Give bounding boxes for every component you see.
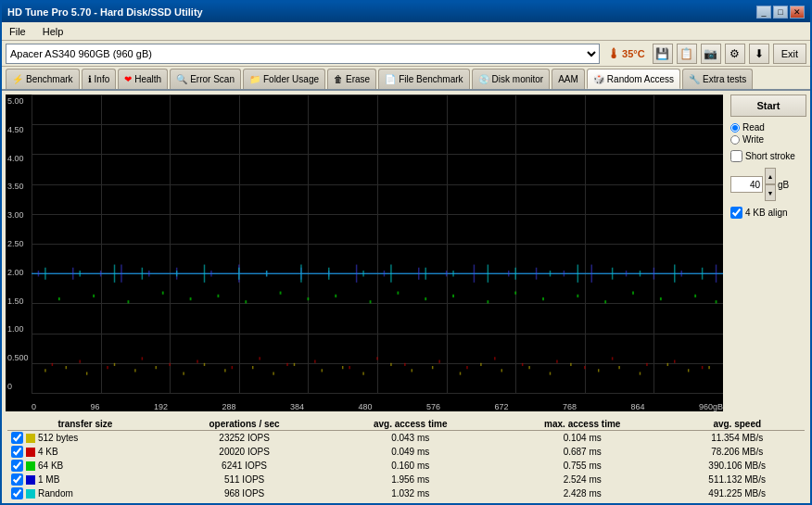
menu-file[interactable]: File <box>6 25 30 38</box>
cell-ops: 968 IOPS <box>163 486 326 500</box>
y-label-5: 2.50 <box>7 239 29 248</box>
row-checkbox[interactable] <box>11 473 23 486</box>
spinner-arrows: ▲ ▼ <box>765 168 776 201</box>
x-label-3: 288 <box>222 402 235 411</box>
cell-label: 512 bytes <box>7 431 163 446</box>
col-avg-speed: avg. speed <box>669 418 805 431</box>
tab-erase[interactable]: 🗑Erase <box>327 69 376 89</box>
y-label-7: 1.50 <box>7 297 29 306</box>
x-label-7: 672 <box>494 402 508 411</box>
row-checkbox[interactable] <box>11 487 23 499</box>
cell-max-access: 2.428 ms <box>495 486 669 500</box>
y-label-10: 0 <box>7 382 29 391</box>
close-button[interactable]: ✕ <box>790 6 805 19</box>
cell-ops: 20020 IOPS <box>163 445 326 459</box>
read-radio[interactable] <box>730 123 740 133</box>
cell-label: 4 KB <box>7 445 163 459</box>
tab-info[interactable]: ℹInfo <box>82 69 117 89</box>
toolbar-icon-3[interactable]: 📷 <box>701 44 721 64</box>
y-axis: 5.00 4.50 4.00 3.50 3.00 2.50 2.00 1.50 … <box>6 95 31 393</box>
row-checkbox[interactable] <box>11 460 23 472</box>
cell-max-access: 0.687 ms <box>495 445 669 459</box>
y-label-2: 4.00 <box>7 154 29 163</box>
x-label-6: 576 <box>426 402 440 411</box>
cell-ops: 23252 IOPS <box>163 431 326 446</box>
tab-disk-monitor[interactable]: 💿Disk monitor <box>472 69 551 89</box>
y-label-9: 0.500 <box>7 353 29 362</box>
chart-area: 5.00 4.50 4.00 3.50 3.00 2.50 2.00 1.50 … <box>6 95 723 411</box>
cell-avg-access: 0.160 ms <box>325 459 495 473</box>
toolbar-icon-4[interactable]: ⚙ <box>725 44 745 64</box>
minimize-button[interactable]: _ <box>756 6 771 19</box>
spinner-group: ▲ ▼ gB <box>730 168 806 201</box>
tab-extra-tests[interactable]: 🔧Extra tests <box>682 69 753 89</box>
align-checkbox[interactable] <box>730 207 742 219</box>
tab-folder-usage[interactable]: 📁Folder Usage <box>243 69 325 89</box>
tab-health[interactable]: ❤Health <box>118 69 168 89</box>
y-label-3: 3.50 <box>7 182 29 191</box>
table-row: Random 968 IOPS 1.032 ms 2.428 ms 491.22… <box>7 486 805 500</box>
table-row: 1 MB 511 IOPS 1.956 ms 2.524 ms 511.132 … <box>7 473 805 486</box>
spinner-down[interactable]: ▼ <box>765 184 776 201</box>
x-label-4: 384 <box>290 402 304 411</box>
short-stroke-checkbox[interactable] <box>730 150 742 162</box>
toolbar-icon-1[interactable]: 💾 <box>653 44 673 64</box>
cell-avg-speed: 11.354 MB/s <box>669 431 805 446</box>
maximize-button[interactable]: □ <box>773 6 788 19</box>
toolbar-icon-5[interactable]: ⬇ <box>749 44 769 64</box>
read-label: Read <box>742 122 765 133</box>
x-axis: 0 96 192 288 384 480 576 672 768 864 960… <box>32 402 723 411</box>
cell-max-access: 0.104 ms <box>495 431 669 446</box>
cell-label: 1 MB <box>7 473 163 486</box>
side-panel: Start Read Write Short stroke ▲ <box>727 91 810 415</box>
drive-select[interactable]: Apacer AS340 960GB (960 gB) <box>6 44 600 64</box>
tab-bar: ⚡Benchmark ℹInfo ❤Health 🔍Error Scan 📁Fo… <box>2 67 810 91</box>
stats-area: transfer size operations / sec avg. acce… <box>2 415 810 503</box>
cell-max-access: 2.524 ms <box>495 473 669 486</box>
write-label: Write <box>742 134 764 145</box>
exit-button[interactable]: Exit <box>773 44 806 64</box>
menu-help[interactable]: Help <box>39 25 68 38</box>
short-stroke-text: Short stroke <box>745 151 795 161</box>
main-window: HD Tune Pro 5.70 - Hard Disk/SSD Utility… <box>0 0 812 505</box>
row-checkbox[interactable] <box>11 446 23 458</box>
x-label-8: 768 <box>563 402 577 411</box>
x-label-0: 0 <box>32 402 36 411</box>
cell-avg-access: 1.956 ms <box>325 473 495 486</box>
cell-label: Random <box>7 486 163 500</box>
toolbar-icon-2[interactable]: 📋 <box>677 44 697 64</box>
write-radio-label[interactable]: Write <box>730 134 806 145</box>
col-ops: operations / sec <box>163 418 326 431</box>
x-label-9: 864 <box>630 402 644 411</box>
tab-aam[interactable]: AAM <box>552 69 585 89</box>
stats-table: transfer size operations / sec avg. acce… <box>7 418 805 500</box>
short-stroke-label[interactable]: Short stroke <box>730 150 806 162</box>
bottom-section: transfer size operations / sec avg. acce… <box>2 415 810 503</box>
read-write-group: Read Write <box>730 122 806 145</box>
tab-benchmark[interactable]: ⚡Benchmark <box>6 69 80 89</box>
table-row: 64 KB 6241 IOPS 0.160 ms 0.755 ms 390.10… <box>7 459 805 473</box>
x-label-2: 192 <box>154 402 168 411</box>
start-button[interactable]: Start <box>730 95 806 117</box>
cell-avg-speed: 78.206 MB/s <box>669 445 805 459</box>
cell-ops: 511 IOPS <box>163 473 326 486</box>
cell-avg-access: 0.043 ms <box>325 431 495 446</box>
row-checkbox[interactable] <box>11 432 23 444</box>
spinner-unit: gB <box>778 180 789 190</box>
align-label[interactable]: 4 KB align <box>730 207 806 219</box>
spinner-up[interactable]: ▲ <box>765 168 776 184</box>
x-label-10: 960gB <box>699 402 723 411</box>
cell-label: 64 KB <box>7 459 163 473</box>
spinner-input[interactable] <box>730 176 763 193</box>
chart-wrapper: 5.00 4.50 4.00 3.50 3.00 2.50 2.00 1.50 … <box>2 91 727 415</box>
y-label-4: 3.00 <box>7 210 29 220</box>
tab-random-access[interactable]: 🎲Random Access <box>587 69 680 89</box>
tab-error-scan[interactable]: 🔍Error Scan <box>170 69 241 89</box>
read-radio-label[interactable]: Read <box>730 122 806 133</box>
tab-file-benchmark[interactable]: 📄File Benchmark <box>378 69 469 89</box>
cell-avg-speed: 511.132 MB/s <box>669 473 805 486</box>
menu-bar: File Help <box>2 22 810 41</box>
cell-max-access: 0.755 ms <box>495 459 669 473</box>
window-controls: _ □ ✕ <box>756 6 805 19</box>
write-radio[interactable] <box>730 135 740 145</box>
